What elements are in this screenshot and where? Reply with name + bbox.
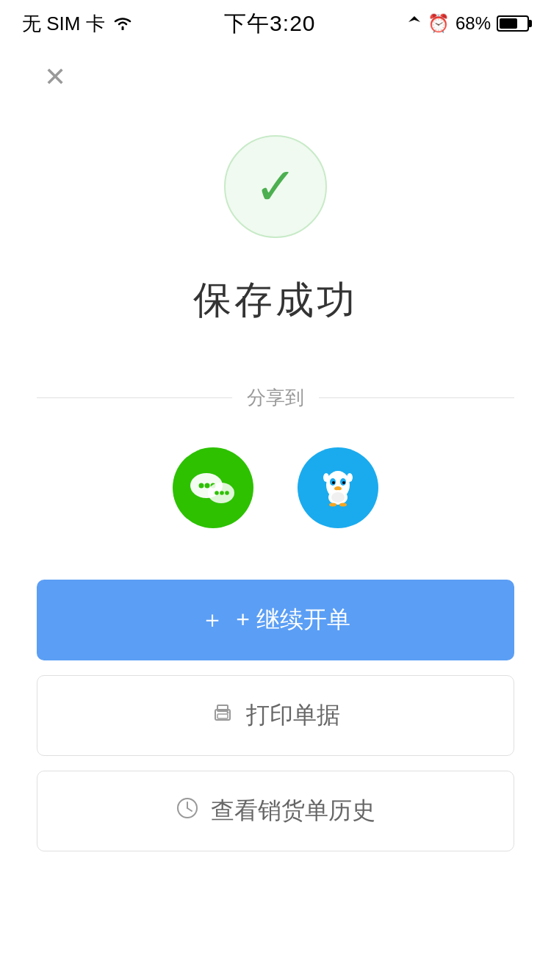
close-icon: ✕: [44, 62, 66, 93]
svg-point-23: [227, 712, 229, 714]
svg-point-17: [339, 503, 347, 507]
svg-rect-22: [217, 714, 228, 718]
share-icons: [173, 447, 378, 528]
main-content: ✓ 保存成功 分享到: [0, 47, 551, 851]
svg-point-19: [347, 473, 353, 482]
clock-icon: [176, 796, 199, 826]
wifi-icon: [112, 12, 133, 35]
svg-point-18: [323, 473, 329, 482]
wechat-share-button[interactable]: [173, 447, 253, 528]
status-right: ⏰ 68%: [407, 13, 529, 34]
success-title: 保存成功: [193, 275, 358, 326]
divider-left: [37, 397, 232, 398]
battery-percent: 68%: [455, 13, 491, 34]
battery-icon: [497, 15, 529, 32]
share-divider: 分享到: [37, 385, 514, 411]
svg-point-15: [331, 492, 345, 502]
qq-share-button[interactable]: [298, 447, 378, 528]
history-label: 查看销货单历史: [211, 795, 375, 827]
qq-icon: [316, 466, 360, 510]
status-left: 无 SIM 卡: [22, 11, 133, 37]
alarm-icon: ⏰: [428, 13, 450, 34]
svg-line-26: [187, 808, 192, 811]
no-sim-text: 无 SIM 卡: [22, 11, 105, 37]
svg-point-11: [332, 481, 335, 484]
close-button[interactable]: ✕: [37, 59, 73, 96]
success-circle: ✓: [224, 135, 327, 238]
divider-right: [319, 397, 514, 398]
location-icon: [407, 13, 422, 34]
printer-icon: [211, 701, 234, 730]
actions-section: ＋ + 继续开单 打印单据: [37, 580, 514, 851]
svg-point-16: [329, 503, 336, 507]
print-label: 打印单据: [246, 699, 340, 732]
plus-icon: ＋: [201, 604, 224, 636]
print-button[interactable]: 打印单据: [37, 675, 514, 756]
continue-label: + 继续开单: [236, 604, 350, 636]
svg-point-12: [342, 481, 345, 484]
history-button[interactable]: 查看销货单历史: [37, 771, 514, 851]
svg-point-5: [215, 491, 219, 495]
share-section: 分享到: [37, 385, 514, 528]
svg-point-6: [220, 491, 224, 495]
svg-point-1: [199, 483, 204, 489]
status-bar: 无 SIM 卡 下午3:20 ⏰ 68%: [0, 0, 551, 47]
continue-button[interactable]: ＋ + 继续开单: [37, 580, 514, 660]
svg-point-2: [205, 483, 210, 489]
success-section: ✓ 保存成功: [193, 135, 358, 326]
wechat-icon: [187, 462, 239, 514]
share-label: 分享到: [247, 385, 304, 411]
status-time: 下午3:20: [224, 9, 315, 39]
svg-point-7: [225, 491, 229, 495]
checkmark-icon: ✓: [254, 161, 298, 212]
